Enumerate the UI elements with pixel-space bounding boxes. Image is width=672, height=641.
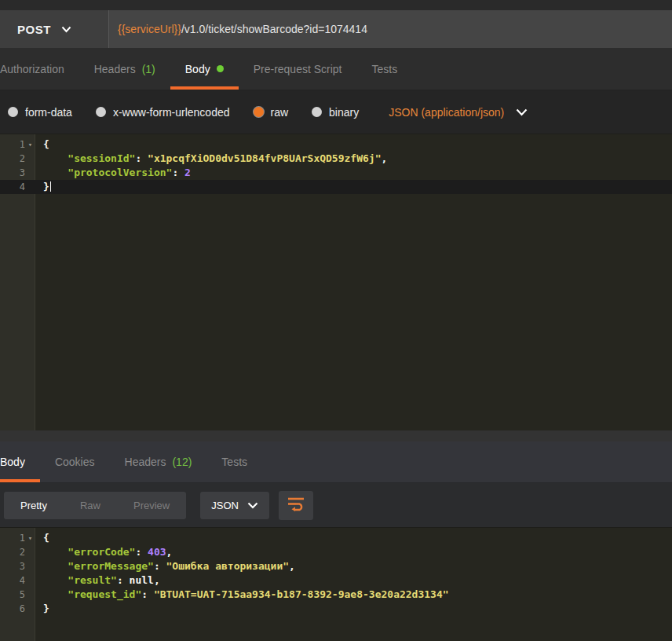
view-mode-preview-button[interactable]: Preview — [117, 492, 186, 519]
code-text[interactable]: } — [35, 180, 51, 194]
tab-tests-label: Tests — [372, 63, 398, 75]
code-line[interactable]: 3 "protocolVersion": 2 — [0, 166, 672, 180]
request-body-editor[interactable]: 1▾{2 "sessionId": "x1pcqfXiOD0dv51D84fvP… — [0, 134, 672, 430]
fold-caret-icon[interactable]: ▾ — [25, 531, 35, 545]
wrap-lines-button[interactable] — [279, 491, 313, 520]
code-text[interactable]: "result": null, — [35, 573, 160, 588]
response-code-lines[interactable]: 1▾{2 "errorCode": 403,3 "errorMessage": … — [0, 528, 672, 616]
active-tab-underline — [170, 86, 239, 90]
code-text[interactable]: "protocolVersion": 2 — [35, 166, 191, 180]
code-text[interactable]: { — [35, 137, 49, 152]
line-number: 3 — [0, 559, 25, 573]
code-line[interactable]: 6} — [0, 602, 672, 616]
line-number: 2 — [0, 152, 25, 166]
radio-urlencoded[interactable]: x-www-form-urlencoded — [96, 106, 230, 119]
url-path: /v1.0/ticket/showBarcode?id=1074414 — [181, 23, 367, 35]
chevron-down-icon — [516, 106, 528, 119]
line-number: 4 — [0, 573, 25, 588]
code-line[interactable]: 3 "errorMessage": "Ошибка авторизации", — [0, 559, 672, 573]
tab-response-tests[interactable]: Tests — [206, 441, 262, 482]
tab-response-body-label: Body — [0, 456, 25, 468]
code-text[interactable]: } — [35, 602, 49, 616]
tab-response-headers-label: Headers — [125, 456, 166, 468]
line-number: 6 — [0, 602, 25, 616]
code-text[interactable]: "errorMessage": "Ошибка авторизации", — [35, 559, 295, 573]
request-tabs: Authorization Headers (1) Body Pre-reque… — [0, 48, 672, 90]
response-tabs: Body Cookies Headers (12) Tests — [0, 441, 672, 483]
response-format-label: JSON — [211, 500, 239, 511]
code-line[interactable]: 4 "result": null, — [0, 573, 672, 588]
http-method-select[interactable]: POST — [0, 10, 109, 48]
tab-pre-request-label: Pre-request Script — [254, 63, 342, 75]
radio-binary[interactable]: binary — [312, 106, 359, 119]
line-number: 4 — [0, 180, 25, 194]
active-tab-underline — [0, 479, 40, 482]
tab-response-tests-label: Tests — [221, 456, 247, 468]
tab-response-headers[interactable]: Headers (12) — [110, 441, 207, 482]
line-number: 3 — [0, 166, 25, 180]
tab-headers[interactable]: Headers (1) — [79, 48, 170, 90]
body-has-content-dot — [217, 65, 224, 72]
fold-caret-icon[interactable]: ▾ — [25, 137, 35, 152]
tab-body-label: Body — [185, 63, 210, 75]
radio-form-data-label: form-data — [25, 106, 72, 119]
radio-raw[interactable]: raw — [254, 106, 289, 119]
request-url-bar: POST {{serviceUrl}}/v1.0/ticket/showBarc… — [0, 10, 672, 48]
tab-body[interactable]: Body — [170, 48, 239, 90]
response-view-toolbar: Pretty Raw Preview JSON — [0, 483, 672, 527]
postman-window: POST {{serviceUrl}}/v1.0/ticket/showBarc… — [0, 0, 672, 641]
code-line[interactable]: 1▾{ — [0, 137, 672, 152]
view-mode-pretty-button[interactable]: Pretty — [4, 492, 64, 519]
radio-form-data[interactable]: form-data — [8, 106, 72, 119]
text-cursor — [50, 181, 52, 192]
request-code-lines[interactable]: 1▾{2 "sessionId": "x1pcqfXiOD0dv51D84fvP… — [0, 134, 672, 194]
radio-raw-label: raw — [271, 106, 289, 119]
content-type-dropdown[interactable]: JSON (application/json) — [389, 106, 528, 119]
code-line[interactable]: 5 "request_id": "BTUAT=UAT-715aa934-b187… — [0, 588, 672, 602]
line-number: 1 — [0, 531, 25, 545]
chevron-down-icon — [61, 22, 71, 36]
response-pane-divider[interactable] — [0, 430, 672, 441]
http-method-label: POST — [17, 23, 51, 36]
code-line[interactable]: 1▾{ — [0, 531, 672, 545]
request-url-input[interactable]: {{serviceUrl}}/v1.0/ticket/showBarcode?i… — [109, 10, 672, 48]
response-body-viewer[interactable]: 1▾{2 "errorCode": 403,3 "errorMessage": … — [0, 527, 672, 641]
chevron-down-icon — [247, 500, 258, 511]
tab-authorization[interactable]: Authorization — [0, 48, 79, 90]
line-number: 2 — [0, 545, 25, 559]
code-text[interactable]: { — [35, 531, 49, 545]
code-text[interactable]: "sessionId": "x1pcqfXiOD0dv51D84fvP8UArS… — [35, 152, 387, 166]
code-line[interactable]: 4} — [0, 180, 672, 194]
tab-headers-label: Headers — [94, 63, 136, 75]
radio-binary-label: binary — [329, 106, 359, 119]
wrap-lines-icon — [287, 496, 305, 515]
headers-count-badge: (1) — [142, 63, 155, 75]
tab-cookies-label: Cookies — [55, 456, 95, 468]
body-type-selector: form-data x-www-form-urlencoded raw bina… — [0, 90, 672, 134]
response-view-mode-group: Pretty Raw Preview — [4, 492, 186, 519]
line-number: 1 — [0, 137, 25, 152]
content-type-label: JSON (application/json) — [389, 106, 504, 119]
code-line[interactable]: 2 "sessionId": "x1pcqfXiOD0dv51D84fvP8UA… — [0, 152, 672, 166]
view-mode-raw-button[interactable]: Raw — [64, 492, 117, 519]
radio-urlencoded-label: x-www-form-urlencoded — [113, 106, 230, 119]
tab-authorization-label: Authorization — [0, 63, 64, 75]
window-top-strip — [0, 0, 672, 10]
url-environment-variable: {{serviceUrl}} — [118, 23, 181, 35]
code-text[interactable]: "errorCode": 403, — [35, 545, 172, 559]
tab-tests[interactable]: Tests — [357, 48, 413, 90]
tab-pre-request-script[interactable]: Pre-request Script — [239, 48, 357, 90]
code-line[interactable]: 2 "errorCode": 403, — [0, 545, 672, 559]
radio-selected-icon[interactable] — [254, 107, 264, 117]
tab-response-body[interactable]: Body — [0, 441, 40, 482]
response-headers-count-badge: (12) — [172, 456, 192, 468]
tab-response-cookies[interactable]: Cookies — [40, 441, 110, 482]
radio-circle-icon[interactable] — [312, 107, 322, 117]
radio-circle-icon[interactable] — [96, 107, 106, 117]
line-number: 5 — [0, 588, 25, 602]
response-format-dropdown[interactable]: JSON — [200, 492, 269, 519]
radio-circle-icon[interactable] — [8, 107, 18, 117]
code-text[interactable]: "request_id": "BTUAT=UAT-715aa934-b187-8… — [35, 588, 449, 602]
